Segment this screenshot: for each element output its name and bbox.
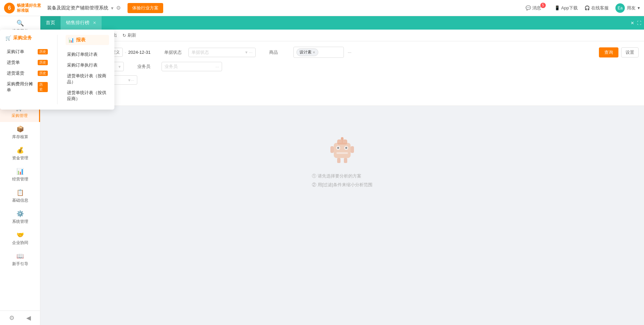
- report-section-title: 📊 报表: [66, 35, 109, 45]
- menu-divider: [57, 35, 58, 104]
- report-section: 📊 报表 采购订单统计表 采购订单执行表 进货单统计表（按商品） 进货单统计表（…: [66, 35, 109, 104]
- menu-item-purchase-order[interactable]: 采购订单 历史: [5, 46, 49, 57]
- history-badge-return: 历史: [38, 71, 48, 76]
- report-section-icon: 📊: [68, 37, 74, 43]
- purchase-section: 🛒 采购业务 采购订单 历史 进货单 历史 进货退货 历史 采购费用分摊单 历史: [5, 35, 49, 104]
- menu-item-purchase-expense[interactable]: 采购费用分摊单 历史: [5, 79, 49, 95]
- menu-item-purchase-receipt[interactable]: 进货单 历史: [5, 57, 49, 68]
- menu-item-order-stats[interactable]: 采购订单统计表: [66, 49, 109, 60]
- menu-item-receipt-stats-goods[interactable]: 进货单统计表（按商品）: [66, 71, 109, 87]
- menu-item-order-exec[interactable]: 采购订单执行表: [66, 60, 109, 71]
- purchase-section-title: 🛒 采购业务: [5, 35, 49, 42]
- purchase-section-icon: 🛒: [5, 35, 11, 41]
- menu-item-purchase-return[interactable]: 进货退货 历史: [5, 68, 49, 79]
- menu-item-receipt-stats-supplier[interactable]: 进货单统计表（按供应商）: [66, 87, 109, 104]
- purchase-dropdown-menu: 🛒 采购业务 采购订单 历史 进货单 历史 进货退货 历史 采购费用分摊单 历史…: [0, 30, 114, 110]
- history-badge-receipt: 历史: [38, 60, 48, 65]
- history-badge-purchase-order: 历史: [38, 49, 48, 54]
- history-badge-expense: 历史: [38, 82, 47, 92]
